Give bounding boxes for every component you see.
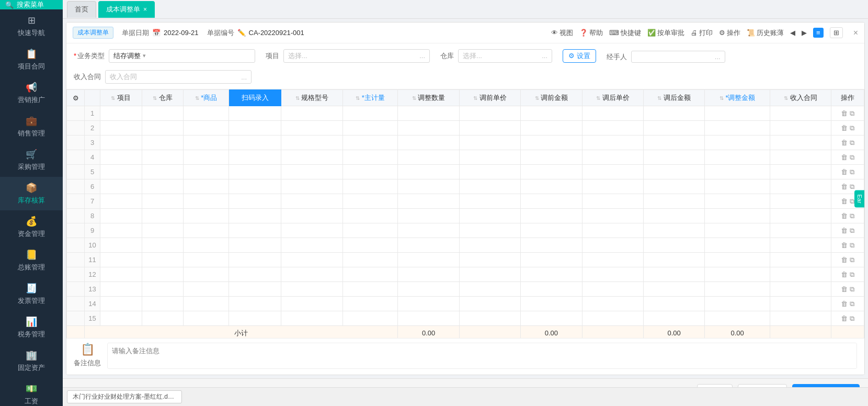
delete-icon[interactable]: 🗑	[841, 168, 848, 176]
table-cell[interactable]	[459, 194, 520, 209]
table-cell[interactable]	[398, 179, 459, 194]
table-row[interactable]: 8🗑⧉	[67, 209, 864, 223]
table-cell[interactable]	[342, 136, 398, 150]
table-cell[interactable]	[705, 194, 770, 209]
table-cell[interactable]	[229, 267, 281, 282]
table-cell[interactable]	[100, 121, 142, 136]
table-cell[interactable]	[229, 194, 281, 209]
table-cell[interactable]	[100, 297, 142, 311]
table-cell[interactable]	[521, 253, 582, 267]
table-cell[interactable]	[643, 282, 704, 297]
table-cell[interactable]	[521, 194, 582, 209]
copy-icon[interactable]: ⧉	[850, 139, 854, 147]
table-cell[interactable]	[342, 106, 398, 121]
table-cell[interactable]	[100, 150, 142, 165]
table-cell[interactable]	[184, 311, 229, 326]
table-cell[interactable]	[184, 267, 229, 282]
sidebar-search[interactable]: 🔍 搜索菜单	[0, 0, 63, 9]
delete-icon[interactable]: 🗑	[841, 109, 848, 118]
table-row[interactable]: 2🗑⧉	[67, 121, 864, 136]
table-cell[interactable]	[229, 136, 281, 150]
table-cell[interactable]	[100, 136, 142, 150]
col-unit[interactable]: ⇅ *主计量	[342, 90, 398, 106]
table-cell[interactable]	[459, 238, 520, 253]
table-cell[interactable]	[281, 253, 342, 267]
table-cell[interactable]	[342, 267, 398, 282]
table-cell[interactable]	[705, 136, 770, 150]
table-cell[interactable]	[229, 297, 281, 311]
sidebar-item-fixed-assets[interactable]: 🏢 固定资产	[0, 344, 63, 378]
table-cell[interactable]	[705, 106, 770, 121]
table-cell[interactable]	[142, 311, 184, 326]
col-adjust-qty[interactable]: ⇅ 调整数量	[398, 90, 459, 106]
table-cell[interactable]	[582, 106, 643, 121]
copy-icon[interactable]: ⧉	[850, 124, 854, 132]
copy-icon[interactable]: ⧉	[850, 197, 854, 206]
table-cell[interactable]	[582, 179, 643, 194]
table-cell[interactable]	[281, 106, 342, 121]
table-cell[interactable]	[281, 282, 342, 297]
copy-icon[interactable]: ⧉	[850, 183, 854, 191]
table-cell[interactable]	[184, 150, 229, 165]
table-cell[interactable]	[398, 267, 459, 282]
table-cell[interactable]	[184, 297, 229, 311]
table-cell[interactable]	[142, 121, 184, 136]
table-cell[interactable]	[229, 282, 281, 297]
table-cell[interactable]	[770, 311, 831, 326]
table-cell[interactable]	[705, 311, 770, 326]
table-cell[interactable]	[643, 267, 704, 282]
print-action[interactable]: 🖨 打印	[691, 28, 713, 38]
table-cell[interactable]	[770, 253, 831, 267]
table-cell[interactable]	[342, 238, 398, 253]
table-cell[interactable]	[459, 253, 520, 267]
copy-icon[interactable]: ⧉	[850, 153, 854, 162]
tab-cost-adjust[interactable]: 成本调整单 ×	[98, 1, 155, 18]
table-cell[interactable]	[100, 209, 142, 223]
operation-action[interactable]: ⚙ 操作	[719, 28, 740, 38]
table-cell[interactable]	[142, 194, 184, 209]
table-cell[interactable]	[582, 165, 643, 179]
table-cell[interactable]	[398, 223, 459, 238]
table-cell[interactable]	[142, 267, 184, 282]
sidebar-item-ledger-mgmt[interactable]: 📒 总账管理	[0, 244, 63, 277]
table-cell[interactable]	[521, 121, 582, 136]
table-cell[interactable]	[184, 106, 229, 121]
income-contract-select[interactable]: 收入合同 ...	[105, 70, 252, 84]
copy-icon[interactable]: ⧉	[850, 270, 854, 279]
table-cell[interactable]	[184, 238, 229, 253]
table-cell[interactable]	[705, 150, 770, 165]
table-cell[interactable]	[142, 179, 184, 194]
table-cell[interactable]	[142, 238, 184, 253]
table-cell[interactable]	[770, 209, 831, 223]
table-cell[interactable]	[398, 311, 459, 326]
table-cell[interactable]	[705, 223, 770, 238]
warehouse-select[interactable]: 选择... ...	[458, 49, 552, 63]
nav-next[interactable]: ▶	[802, 29, 807, 37]
table-cell[interactable]	[643, 253, 704, 267]
col-after-amount[interactable]: ⇅ 调后金额	[643, 90, 704, 106]
taskbar-item[interactable]: 木门行业好业财处理方案-墨红红.doc - WPS Office	[67, 390, 182, 403]
table-cell[interactable]	[770, 179, 831, 194]
table-cell[interactable]	[342, 209, 398, 223]
table-row[interactable]: 15🗑⧉	[67, 311, 864, 326]
table-cell[interactable]	[142, 136, 184, 150]
sidebar-item-purchase-mgmt[interactable]: 🛒 采购管理	[0, 143, 63, 177]
table-cell[interactable]	[398, 121, 459, 136]
copy-icon[interactable]: ⧉	[850, 241, 854, 250]
tab-close-button[interactable]: ×	[143, 6, 147, 13]
table-cell[interactable]	[643, 150, 704, 165]
delete-icon[interactable]: 🗑	[841, 241, 848, 250]
table-container[interactable]: ⚙ ⇅ 项目 ⇅ 仓库 ⇅ *商品 扫码录入 ⇅ 规格型号 ⇅ *主计量 ⇅ 调…	[66, 89, 864, 338]
table-cell[interactable]	[281, 194, 342, 209]
table-cell[interactable]	[705, 253, 770, 267]
table-cell[interactable]	[281, 150, 342, 165]
delete-icon[interactable]: 🗑	[841, 227, 848, 235]
table-cell[interactable]	[142, 297, 184, 311]
table-cell[interactable]	[521, 238, 582, 253]
table-cell[interactable]	[770, 223, 831, 238]
settings-button[interactable]: ⚙ 设置	[563, 49, 596, 63]
table-cell[interactable]	[770, 267, 831, 282]
sidebar-item-invoice-mgmt[interactable]: 🧾 发票管理	[0, 277, 63, 311]
col-after-price[interactable]: ⇅ 调后单价	[582, 90, 643, 106]
sidebar-item-sales-promotion[interactable]: 📢 营销推广	[0, 76, 63, 110]
